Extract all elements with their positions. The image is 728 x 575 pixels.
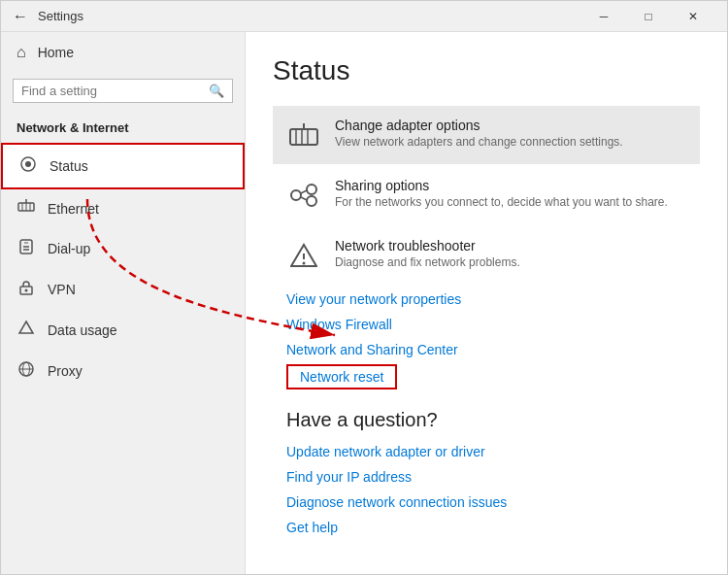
page-title: Status: [273, 55, 700, 86]
change-adapter-desc: View network adapters and change connect…: [335, 135, 623, 149]
sharing-options-desc: For the networks you connect to, decide …: [335, 195, 668, 209]
sharing-center-link[interactable]: Network and Sharing Center: [273, 337, 700, 362]
data-usage-icon: [17, 320, 36, 341]
get-help-link[interactable]: Get help: [273, 515, 700, 540]
sharing-options-icon: [286, 178, 321, 213]
sidebar-item-dialup[interactable]: Dial-up: [1, 228, 245, 269]
have-a-question-heading: Have a question?: [286, 409, 686, 431]
sidebar-item-home[interactable]: ⌂ Home: [1, 32, 245, 73]
svg-line-30: [301, 197, 307, 200]
svg-marker-17: [19, 321, 33, 333]
svg-line-29: [301, 190, 307, 193]
sharing-options-text: Sharing options For the networks you con…: [335, 178, 668, 209]
sidebar-item-proxy-label: Proxy: [48, 363, 83, 379]
sidebar-item-data-usage[interactable]: Data usage: [1, 310, 245, 351]
update-adapter-link[interactable]: Update network adapter or driver: [273, 439, 700, 464]
close-button[interactable]: ✕: [671, 1, 715, 32]
proxy-icon: [17, 360, 36, 382]
search-box[interactable]: 🔍: [13, 79, 233, 103]
minimize-button[interactable]: ─: [581, 1, 626, 32]
settings-window: ← Settings ─ □ ✕ ⌂ Home 🔍 Network & Inte…: [0, 0, 728, 575]
search-icon: 🔍: [209, 84, 224, 98]
view-properties-link[interactable]: View your network properties: [273, 287, 700, 312]
svg-point-13: [25, 249, 27, 251]
vpn-icon: [17, 279, 36, 300]
svg-point-28: [307, 196, 316, 206]
troubleshooter-action[interactable]: Network troubleshooter Diagnose and fix …: [273, 226, 700, 285]
svg-point-1: [25, 161, 31, 167]
ethernet-icon: [17, 199, 36, 219]
sidebar-section-title: Network & Internet: [1, 115, 245, 143]
sidebar-item-status-label: Status: [50, 158, 88, 174]
status-icon: [18, 154, 38, 178]
svg-point-12: [23, 249, 25, 251]
diagnose-link[interactable]: Diagnose network connection issues: [273, 490, 700, 515]
network-reset-link[interactable]: Network reset: [286, 364, 397, 389]
sidebar-item-ethernet[interactable]: Ethernet: [1, 189, 245, 228]
sidebar-item-vpn-label: VPN: [48, 282, 76, 297]
svg-point-33: [303, 262, 306, 265]
sidebar-item-status[interactable]: Status: [1, 143, 245, 189]
sidebar-item-vpn[interactable]: VPN: [1, 269, 245, 310]
change-adapter-title: Change adapter options: [335, 118, 623, 133]
home-label: Home: [38, 45, 74, 60]
sidebar-item-ethernet-label: Ethernet: [48, 201, 99, 217]
svg-point-11: [27, 246, 29, 248]
svg-point-27: [307, 185, 316, 194]
svg-point-26: [291, 190, 301, 200]
window-controls: ─ □ ✕: [581, 1, 715, 32]
home-icon: ⌂: [17, 44, 26, 61]
dialup-icon: [17, 238, 36, 259]
svg-rect-21: [290, 129, 317, 145]
svg-point-16: [25, 289, 28, 292]
sharing-options-title: Sharing options: [335, 178, 668, 193]
windows-firewall-link[interactable]: Windows Firewall: [273, 312, 700, 337]
sidebar: ⌂ Home 🔍 Network & Internet Status Ether…: [1, 32, 246, 574]
svg-point-14: [27, 249, 29, 251]
window-title: Settings: [38, 9, 581, 23]
maximize-button[interactable]: □: [626, 1, 671, 32]
find-ip-link[interactable]: Find your IP address: [273, 464, 700, 490]
sidebar-item-proxy[interactable]: Proxy: [1, 351, 245, 391]
svg-point-10: [25, 246, 27, 248]
back-button[interactable]: ←: [13, 8, 28, 25]
troubleshooter-icon: [286, 238, 321, 273]
svg-point-9: [23, 246, 25, 248]
change-adapter-icon: [286, 118, 321, 152]
main-content: ⌂ Home 🔍 Network & Internet Status Ether…: [1, 32, 727, 574]
troubleshooter-desc: Diagnose and fix network problems.: [335, 255, 520, 269]
main-panel: Status Change adapter options View netwo…: [246, 32, 727, 574]
sidebar-item-data-usage-label: Data usage: [48, 322, 117, 338]
search-input[interactable]: [21, 84, 209, 98]
change-adapter-text: Change adapter options View network adap…: [335, 118, 623, 149]
troubleshooter-text: Network troubleshooter Diagnose and fix …: [335, 238, 520, 269]
sidebar-item-dialup-label: Dial-up: [48, 241, 90, 256]
change-adapter-action[interactable]: Change adapter options View network adap…: [273, 106, 700, 164]
sharing-options-action[interactable]: Sharing options For the networks you con…: [273, 166, 700, 224]
troubleshooter-title: Network troubleshooter: [335, 238, 520, 254]
titlebar: ← Settings ─ □ ✕: [1, 1, 727, 32]
